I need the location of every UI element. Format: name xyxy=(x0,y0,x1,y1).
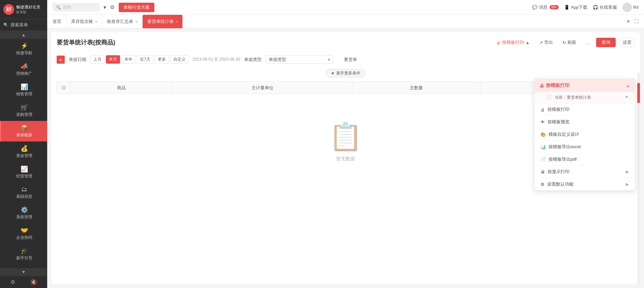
page-title-row: 要货单统计表(按商品) 🖨 按模板打印 ▲ ↗ 导出 ↻ 刷新 xyxy=(57,38,635,47)
tab-batch-close[interactable]: × xyxy=(95,20,97,24)
sidebar-item-purchase[interactable]: 🛒 采购管理 xyxy=(0,100,47,121)
expand-more-btn[interactable]: ▼ 展开更多条件 xyxy=(326,69,365,77)
page-toolbar: 🖨 按模板打印 ▲ ↗ 导出 ↻ 刷新 ... 查询 xyxy=(494,38,635,47)
tab-order-stat[interactable]: 要货单统计表 × xyxy=(143,15,183,28)
date-this-year-btn[interactable]: 本年 xyxy=(121,55,136,64)
sidebar-settings-btn[interactable]: ⚙ xyxy=(10,279,15,285)
app-download-btn[interactable]: 📱 App下载 xyxy=(564,4,587,10)
tab-maximize-btn[interactable]: ⛶ xyxy=(634,19,639,24)
sidebar-scroll-up[interactable]: ▲ xyxy=(0,31,47,39)
system-icon: ⚙️ xyxy=(21,206,28,214)
template-preview-left: 👁 按模板预览 xyxy=(540,119,569,125)
display-print-arrow: ▶ xyxy=(626,169,629,174)
dropdown-item-default-func[interactable]: ⚙ 设置默认功能 ▶ xyxy=(534,178,635,190)
template-print-icon: 🖨 xyxy=(540,107,545,112)
date-custom-btn[interactable]: 自定义 xyxy=(170,55,188,64)
tab-batch-label: 库存批次账 xyxy=(71,19,93,25)
sidebar-item-label: 经营管理 xyxy=(16,173,32,179)
sidebar-item-operation[interactable]: 📈 经营管理 xyxy=(0,162,47,183)
tab-batch[interactable]: 库存批次账 × xyxy=(66,15,102,28)
tab-collect[interactable]: 收发存汇总表 × xyxy=(102,15,142,28)
print-dropdown-close-btn[interactable]: ▲ xyxy=(625,83,630,88)
export-btn[interactable]: ↗ 导出 xyxy=(536,38,556,47)
message-btn[interactable]: 💬 消息 99+ xyxy=(532,4,559,10)
sidebar-item-label: 基础信息 xyxy=(16,194,32,199)
sidebar-item-finance[interactable]: 💰 资金管理 xyxy=(0,141,47,162)
dropdown-item-template-design[interactable]: 🎨 模板自定义设计 xyxy=(534,128,635,141)
sidebar-audio-btn[interactable]: 🔇 xyxy=(30,279,37,285)
app-download-label: App下载 xyxy=(571,4,587,10)
more-btn[interactable]: ... xyxy=(583,39,592,46)
type-select[interactable]: 单据类型 xyxy=(266,55,333,64)
sidebar-item-basic[interactable]: 🗂 基础信息 xyxy=(0,183,47,203)
tab-order-stat-close[interactable]: × xyxy=(176,20,178,24)
topbar-dropdown-btn[interactable]: ▼ xyxy=(103,5,107,10)
quick-nav-icon: ⚡ xyxy=(21,42,28,50)
topbar-search[interactable]: 🔍 搜索 xyxy=(53,3,100,11)
design-icon: 🎨 xyxy=(540,132,546,137)
headset-icon: 🎧 xyxy=(593,5,598,10)
display-print-label: 按显示打印 xyxy=(548,169,569,175)
sidebar: 好 畅捷通好生意 标准版 🔍 搜索菜单 ▲ ⚡ 快捷导航 📣 营销推广 📊 销售… xyxy=(0,0,47,288)
sidebar-item-sales[interactable]: 📊 销售管理 xyxy=(0,80,47,100)
print-dropdown-header[interactable]: 🖨 按模板打印 ▲ xyxy=(534,79,635,92)
table-settings-icon[interactable]: ⚙ xyxy=(61,85,66,91)
print-btn[interactable]: 🖨 按模板打印 ▲ xyxy=(494,38,532,47)
main-content: 🔍 搜索 ▼ ⚙ 体验行业方案 💬 消息 99+ 📱 App下载 🎧 在线客服 … xyxy=(47,0,644,288)
logo-text: 畅捷通好生意 标准版 xyxy=(16,4,40,15)
date-last-7days-btn[interactable]: 近7天 xyxy=(137,55,153,64)
default-func-label: 设置默认功能 xyxy=(547,181,574,187)
default-func-icon: ⚙ xyxy=(540,182,545,187)
sidebar-nav: ⚡ 快捷导航 📣 营销推广 📊 销售管理 🛒 采购管理 📦 库存核算 💰 资金管… xyxy=(0,39,47,268)
settings-btn[interactable]: 设置 xyxy=(620,38,635,47)
refresh-btn[interactable]: ↻ 刷新 xyxy=(560,38,579,47)
more-btn-label: ... xyxy=(586,40,589,45)
dropdown-item-template-preview[interactable]: 👁 按模板预览 xyxy=(534,116,635,128)
query-btn[interactable]: 查询 xyxy=(596,38,616,47)
sidebar-item-search[interactable]: 🔍 搜索菜单 xyxy=(0,19,47,31)
sidebar-item-app-center[interactable]: 📱 应用中心 xyxy=(0,264,47,268)
sidebar-item-system[interactable]: ⚙️ 系统管理 xyxy=(0,203,47,223)
refresh-btn-label: 刷新 xyxy=(567,39,576,45)
date-filter-label: 单据日期 xyxy=(69,57,86,63)
experience-industry-btn[interactable]: 体验行业方案 xyxy=(119,3,154,12)
date-this-month-btn[interactable]: 本月 xyxy=(106,55,120,64)
print-btn-label: 按模板打印 xyxy=(502,39,524,45)
dropdown-item-export-excel[interactable]: 📊 按模板导出excel xyxy=(534,141,635,153)
current-label: 当前：要货单统计表 xyxy=(555,95,591,100)
tab-home[interactable]: 首页 xyxy=(53,15,66,28)
order-filter-label: 要货单 xyxy=(344,57,357,63)
dropdown-item-template-print[interactable]: 🖨 按模板打印 xyxy=(534,103,635,116)
table-col-product: 商品 xyxy=(70,82,173,94)
date-last-month-btn[interactable]: 上月 xyxy=(90,55,105,64)
type-filter-label: 单据类型 xyxy=(244,57,262,63)
sidebar-item-label: 销售管理 xyxy=(16,91,32,97)
sidebar-scroll-down[interactable]: ▼ xyxy=(0,268,47,276)
filter-expand-btn[interactable]: » xyxy=(57,56,65,64)
excel-icon: 📊 xyxy=(540,145,546,150)
scrollbar-thumb xyxy=(637,83,640,103)
app-logo: 好 畅捷通好生意 标准版 xyxy=(0,0,47,19)
sidebar-item-quick-nav[interactable]: ⚡ 快捷导航 xyxy=(0,39,47,59)
dropdown-item-export-pdf[interactable]: 📄 按模板导出pdf xyxy=(534,153,635,166)
right-scrollbar[interactable] xyxy=(637,73,640,284)
dropdown-item-display-print[interactable]: 🖥 按显示打印 ▶ xyxy=(534,166,635,178)
filter-row: » 单据日期 上月 本月 本年 近7天 更多 自定义 2023-06-01 至 … xyxy=(57,53,635,66)
sidebar-bottom: ⚙ 🔇 xyxy=(0,276,47,288)
online-service-btn[interactable]: 🎧 在线客服 xyxy=(593,4,617,10)
user-avatar[interactable]: Rit xyxy=(622,3,639,12)
export-excel-left: 📊 按模板导出excel xyxy=(540,144,581,150)
sidebar-item-inventory[interactable]: 📦 库存核算 xyxy=(0,121,47,141)
print-dropdown-arrow[interactable]: ▲ xyxy=(525,40,530,45)
export-pdf-left: 📄 按模板导出pdf xyxy=(540,156,577,162)
tab-collect-close[interactable]: × xyxy=(135,20,137,24)
topbar-right: 💬 消息 99+ 📱 App下载 🎧 在线客服 Rit xyxy=(532,3,639,12)
sidebar-item-collab[interactable]: 🤝 企业协同 xyxy=(0,223,47,244)
app-version: 标准版 xyxy=(16,10,40,14)
tab-close-all-btn[interactable]: ✕ xyxy=(626,19,630,24)
sidebar-item-marketing[interactable]: 📣 营销推广 xyxy=(0,59,47,80)
date-more-btn[interactable]: 更多 xyxy=(155,55,169,64)
sidebar-item-guide[interactable]: 🎓 新手引导 xyxy=(0,244,47,264)
topbar-gear-icon[interactable]: ⚙ xyxy=(110,4,115,10)
preview-icon: 👁 xyxy=(540,120,545,125)
